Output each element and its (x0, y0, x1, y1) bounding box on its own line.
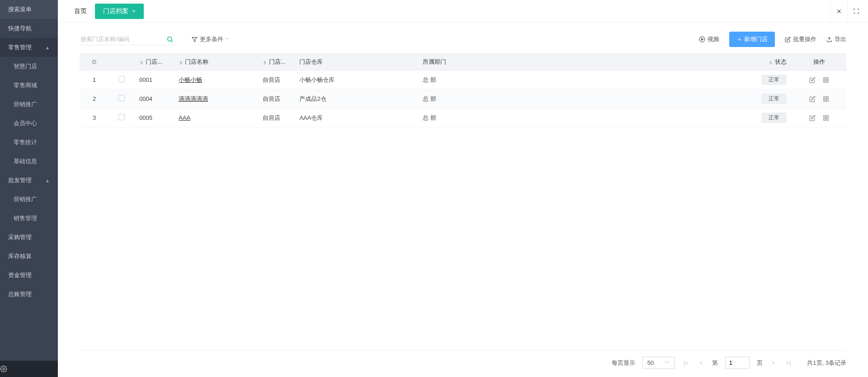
sort-icon: ▲▼ (139, 60, 144, 65)
sidebar-item-search-menu[interactable]: 搜索菜单 (0, 0, 58, 19)
th-dept: 所属部门 (417, 54, 654, 71)
th-type[interactable]: ▲▼门店... (257, 54, 294, 71)
svg-rect-16 (824, 99, 826, 101)
row-edit-button[interactable] (809, 77, 816, 83)
cell-warehouse: AAA仓库 (294, 108, 417, 127)
sidebar-item-marketing-retail[interactable]: 营销推广 (0, 95, 58, 114)
more-conditions-button[interactable]: 更多条件 ﹀ (192, 35, 230, 43)
svg-rect-15 (826, 99, 828, 101)
th-ops: 操作 (792, 54, 846, 71)
sidebar-item-purchase-mgmt[interactable]: 采购管理 (0, 228, 58, 247)
cell-type: 自营店 (257, 90, 294, 108)
svg-rect-19 (826, 118, 828, 120)
sidebar-item-ledger-mgmt[interactable]: 总账管理 (0, 285, 58, 304)
sort-icon: ▲▼ (179, 60, 183, 65)
row-checkbox[interactable] (118, 114, 125, 120)
close-icon[interactable]: × (132, 8, 136, 14)
th-name[interactable]: ▲▼门店名称 (173, 54, 257, 71)
sidebar-item-inventory-acct[interactable]: 库存核算 (0, 247, 58, 266)
batch-ops-button[interactable]: 批量操作 (785, 35, 816, 43)
edit-icon (785, 37, 791, 42)
sidebar-item-smart-store[interactable]: 智慧门店 (0, 57, 58, 76)
row-checkbox[interactable] (118, 76, 125, 82)
tabs-close-all-button[interactable] (830, 0, 847, 23)
table-row: 30005AAA自营店AAA仓库总 部正常 (80, 108, 846, 127)
chevron-down-icon: ﹀ (665, 359, 670, 366)
sidebar-item-marketing-wholesale[interactable]: 营销推广 (0, 190, 58, 209)
status-badge: 正常 (761, 75, 787, 85)
gear-icon (0, 365, 58, 372)
export-icon (826, 37, 832, 42)
sidebar-item-sales-mgmt[interactable]: 销售管理 (0, 209, 58, 228)
sidebar-item-member-center[interactable]: 会员中心 (0, 114, 58, 133)
status-badge: 正常 (761, 113, 787, 123)
fullscreen-button[interactable] (847, 0, 864, 23)
sidebar-item-retail-mall[interactable]: 零售商城 (0, 76, 58, 95)
row-checkbox[interactable] (118, 95, 125, 101)
svg-marker-7 (702, 38, 703, 41)
svg-rect-18 (826, 115, 828, 117)
export-button[interactable]: 导出 (826, 35, 846, 43)
svg-rect-10 (826, 77, 828, 79)
search-icon[interactable] (166, 36, 174, 43)
per-page-label: 每页显示 (612, 359, 635, 367)
toolbar: 更多条件 ﹀ 视频 ＋ 新增门店 批量操作 (80, 32, 846, 47)
th-status[interactable]: ▲▼状态 (654, 54, 792, 71)
play-circle-icon (699, 36, 705, 42)
cell-warehouse: 产成品2仓 (294, 90, 417, 108)
th-warehouse: 门店仓库 (294, 54, 417, 71)
row-more-button[interactable] (823, 77, 829, 83)
svg-rect-17 (824, 115, 826, 117)
sidebar: 搜索菜单 快捷导航 零售管理▲ 智慧门店 零售商城 营销推广 会员中心 零售统计… (0, 0, 58, 377)
pagination: 每页显示 50 ﹀ |< < 第 页 > >| 共1页, 3条记录 (80, 350, 846, 369)
svg-rect-13 (824, 96, 826, 98)
cell-dept: 总 部 (417, 90, 654, 108)
sidebar-item-fund-mgmt[interactable]: 资金管理 (0, 266, 58, 285)
svg-rect-9 (824, 77, 826, 79)
sidebar-settings[interactable] (0, 361, 58, 377)
svg-rect-14 (826, 96, 828, 98)
page-input[interactable] (725, 357, 750, 369)
cell-type: 自营店 (257, 71, 294, 90)
sidebar-item-retail-stats[interactable]: 零售统计 (0, 133, 58, 152)
svg-line-4 (171, 41, 173, 42)
row-index: 3 (80, 108, 109, 127)
row-edit-button[interactable] (809, 96, 816, 102)
table-row: 10001小畅小畅自营店小畅小畅仓库总 部正常 (80, 71, 846, 90)
store-name-link[interactable]: 小畅小畅 (179, 76, 202, 83)
sidebar-item-wholesale-mgmt[interactable]: 批发管理▲ (0, 171, 58, 190)
cell-type: 自营店 (257, 108, 294, 127)
store-table: ⚙ ▲▼门店... ▲▼门店名称 ▲▼门店... 门店仓库 所属部门 ▲▼状态 … (80, 53, 846, 127)
row-more-button[interactable] (823, 96, 829, 102)
page-last-button[interactable]: >| (784, 359, 793, 366)
svg-point-3 (168, 37, 172, 41)
svg-point-0 (3, 368, 5, 370)
cell-code: 0005 (134, 108, 173, 127)
page-next-button[interactable]: > (770, 359, 777, 366)
row-index: 1 (80, 71, 109, 90)
store-name-link[interactable]: AAA (179, 114, 190, 121)
row-index: 2 (80, 90, 109, 108)
svg-rect-20 (824, 118, 826, 120)
store-name-link[interactable]: 滴滴滴滴滴 (179, 95, 208, 102)
sidebar-item-retail-mgmt[interactable]: 零售管理▲ (0, 38, 58, 57)
plus-icon: ＋ (736, 35, 742, 43)
sidebar-item-quick-nav[interactable]: 快捷导航 (0, 19, 58, 38)
sort-icon: ▲▼ (769, 60, 773, 65)
per-page-select[interactable]: 50 ﹀ (642, 357, 675, 369)
tab-store-archive[interactable]: 门店档案 × (95, 4, 144, 19)
sidebar-item-basic-info[interactable]: 基础信息 (0, 152, 58, 171)
table-settings-icon[interactable]: ⚙ (91, 58, 97, 66)
svg-marker-5 (192, 37, 197, 42)
caret-up-icon: ▲ (45, 45, 50, 50)
chevron-down-icon: ﹀ (225, 36, 230, 42)
video-button[interactable]: 视频 (699, 35, 719, 43)
row-edit-button[interactable] (809, 115, 816, 121)
row-more-button[interactable] (823, 115, 829, 121)
page-first-button[interactable]: |< (682, 359, 690, 366)
tab-home[interactable]: 首页 (66, 4, 95, 19)
page-prev-button[interactable]: < (698, 359, 705, 366)
th-code[interactable]: ▲▼门店... (134, 54, 173, 71)
search-input[interactable] (80, 36, 163, 42)
add-store-button[interactable]: ＋ 新增门店 (729, 32, 775, 47)
